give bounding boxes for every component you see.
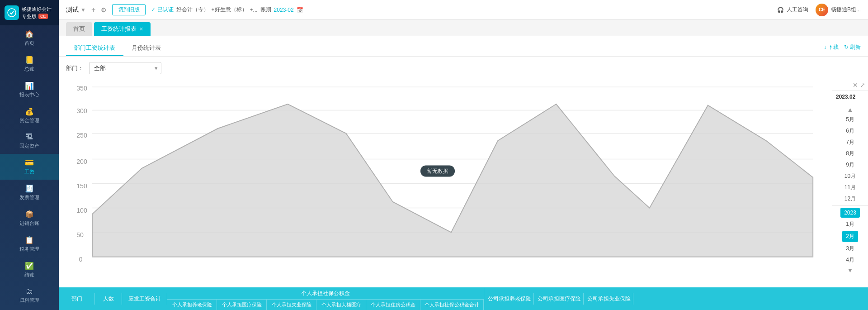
status-product1: 好会计（专） xyxy=(176,6,209,14)
content-area: 部门工资统计表 月份统计表 ↓ 下载 ↻ 刷新 部门： 全部 部门一 xyxy=(59,36,868,310)
svg-point-0 xyxy=(8,9,16,17)
username: 畅捷通B组... xyxy=(831,6,861,14)
topbar-status: ✓ 已认证 好会计（专） +好生意（标） +... 账期 2023-02 📅 xyxy=(151,6,303,14)
expand-icon[interactable]: ⤢ xyxy=(860,81,865,89)
svg-text:200: 200 xyxy=(76,158,87,165)
sidebar-item-purchase[interactable]: 📦 进销台账 xyxy=(0,205,59,231)
sidebar-label-archive: 归档管理 xyxy=(19,297,39,304)
tax-icon: 📋 xyxy=(25,236,34,244)
tab-home-label: 首页 xyxy=(73,25,85,33)
th-personal-medical: 个人承担医疗保险 xyxy=(217,300,267,310)
status-more: +... xyxy=(250,7,258,13)
sidebar-item-invoice[interactable]: 🧾 发票管理 xyxy=(0,180,59,205)
topbar-right: 🎧 人工咨询 CE 畅捷通B组... xyxy=(777,4,861,16)
subtab-monthly[interactable]: 月份统计表 xyxy=(123,41,169,56)
subtab-dept[interactable]: 部门工资统计表 xyxy=(66,41,123,56)
sidebar-item-home[interactable]: 🏠 首页 xyxy=(0,25,59,51)
th-company-pension: 公司承担养老保险 xyxy=(484,293,534,305)
tab-salary-report[interactable]: 工资统计报表 ✕ xyxy=(94,22,151,36)
th-personal-housing-fund: 个人承担住房公积金 xyxy=(366,300,420,310)
logo-badge: CE xyxy=(38,14,48,19)
month-10[interactable]: 10月 xyxy=(832,171,868,182)
salary-icon: 💳 xyxy=(25,158,34,167)
svg-text:50: 50 xyxy=(76,231,84,238)
svg-text:0: 0 xyxy=(79,256,82,263)
sidebar-item-settle[interactable]: ✅ 结账 xyxy=(0,257,59,283)
sidebar-label-tax: 税务管理 xyxy=(19,246,39,253)
sidebar-item-ledger[interactable]: 📒 总账 xyxy=(0,51,59,77)
sidebar-item-salary[interactable]: 💳 工资 xyxy=(0,154,59,180)
assets-icon: 🏗 xyxy=(26,133,33,141)
status-period-label: 账期 xyxy=(260,6,271,14)
filter-dept-select[interactable]: 全部 部门一 部门二 xyxy=(89,62,161,74)
sidebar-item-tax[interactable]: 📋 税务管理 xyxy=(0,231,59,257)
month-8[interactable]: 8月 xyxy=(832,148,868,159)
side-panel: ✕ ⤢ 2023.02 ▲ 5月 6月 7月 8月 9月 10月 11月 12月… xyxy=(832,80,868,287)
chart-wrapper: 350 300 250 200 150 100 50 0 xyxy=(59,80,868,287)
tab-close-icon[interactable]: ✕ xyxy=(139,26,143,32)
refresh-button[interactable]: ↻ 刷新 xyxy=(844,43,861,51)
close-icon[interactable]: ✕ xyxy=(853,81,858,89)
th-personal-total: 个人承担社保公积金合计 xyxy=(420,300,484,310)
month-12[interactable]: 12月 xyxy=(832,193,868,205)
nav-down-arrow[interactable]: ▼ xyxy=(847,266,854,275)
month-9[interactable]: 9月 xyxy=(832,159,868,171)
sidebar-item-reports[interactable]: 📊 报表中心 xyxy=(0,77,59,103)
support-link[interactable]: 🎧 人工咨询 xyxy=(777,6,808,14)
month-7[interactable]: 7月 xyxy=(832,137,868,148)
side-panel-nav: ▲ 5月 6月 7月 8月 9月 10月 11月 12月 2023 1月 2月 … xyxy=(832,103,868,287)
month-2-active[interactable]: 2月 xyxy=(842,231,858,242)
month-1[interactable]: 1月 xyxy=(832,219,868,230)
download-label: 下载 xyxy=(828,43,839,51)
switch-button[interactable]: 切到旧版 xyxy=(112,4,146,15)
add-icon[interactable]: + xyxy=(91,6,95,14)
chevron-down-icon[interactable]: ▼ xyxy=(80,7,86,13)
funds-icon: 💰 xyxy=(25,107,34,116)
purchase-icon: 📦 xyxy=(25,210,34,219)
table-header: 部门 人数 应发工资合计 个人承担社保公积金 个人承担养老保险 个人承担医疗保险… xyxy=(59,287,868,310)
salary-chart: 350 300 250 200 150 100 50 0 xyxy=(66,80,825,287)
sidebar-label-funds: 资金管理 xyxy=(19,117,39,124)
svg-text:300: 300 xyxy=(76,107,87,114)
logo-sub: 专业版 xyxy=(22,13,37,19)
headset-icon: 🎧 xyxy=(777,7,784,13)
svg-text:150: 150 xyxy=(76,182,87,190)
month-5[interactable]: 5月 xyxy=(832,114,868,125)
sidebar-item-settings[interactable]: ⚙ 设置 xyxy=(0,308,59,310)
sidebar-label-purchase: 进销台账 xyxy=(19,220,39,227)
svg-text:100: 100 xyxy=(76,207,87,214)
sidebar-label-invoice: 发票管理 xyxy=(19,194,39,201)
th-company-unemployment: 公司承担失业保险 xyxy=(584,293,633,305)
tab-home[interactable]: 首页 xyxy=(66,22,92,36)
user-menu[interactable]: CE 畅捷通B组... xyxy=(816,4,861,16)
logo-name: 畅捷通好会计 xyxy=(22,6,52,12)
gear-icon[interactable]: ⚙ xyxy=(101,6,107,14)
sidebar-item-archive[interactable]: 🗂 归档管理 xyxy=(0,283,59,308)
sidebar-item-assets[interactable]: 🏗 固定资产 xyxy=(0,129,59,154)
nav-up-arrow[interactable]: ▲ xyxy=(847,105,854,114)
month-4[interactable]: 4月 xyxy=(832,254,868,266)
invoice-icon: 🧾 xyxy=(25,184,34,193)
subtabs: 部门工资统计表 月份统计表 ↓ 下载 ↻ 刷新 xyxy=(59,36,868,57)
side-panel-date: 2023.02 xyxy=(832,91,868,103)
topbar-title-text: 测试 xyxy=(66,6,79,14)
month-6[interactable]: 6月 xyxy=(832,125,868,137)
chart-path xyxy=(92,104,813,257)
month-3[interactable]: 3月 xyxy=(832,243,868,254)
th-count: 人数 xyxy=(95,293,122,305)
filterbar: 部门： 全部 部门一 部门二 ▾ xyxy=(59,57,868,80)
download-button[interactable]: ↓ 下载 xyxy=(824,43,839,51)
th-personal-major-medical: 个人承担大额医疗 xyxy=(316,300,366,310)
sidebar-item-funds[interactable]: 💰 资金管理 xyxy=(0,103,59,129)
th-total-salary: 应发工资合计 xyxy=(122,293,167,305)
status-certified: ✓ 已认证 xyxy=(151,6,173,14)
home-icon: 🏠 xyxy=(25,30,34,38)
filter-dept-label: 部门： xyxy=(66,64,84,72)
support-label: 人工咨询 xyxy=(787,6,808,14)
sidebar: 畅捷通好会计 专业版 CE 🏠 首页 📒 总账 📊 报表中心 💰 资金管理 🏗 … xyxy=(0,0,59,310)
month-11[interactable]: 11月 xyxy=(832,182,868,193)
tab-salary-report-label: 工资统计报表 xyxy=(101,25,137,33)
calendar-icon[interactable]: 📅 xyxy=(297,7,303,13)
subtabs-left: 部门工资统计表 月份统计表 xyxy=(66,41,169,56)
status-period-value: 2023-02 xyxy=(274,7,294,13)
